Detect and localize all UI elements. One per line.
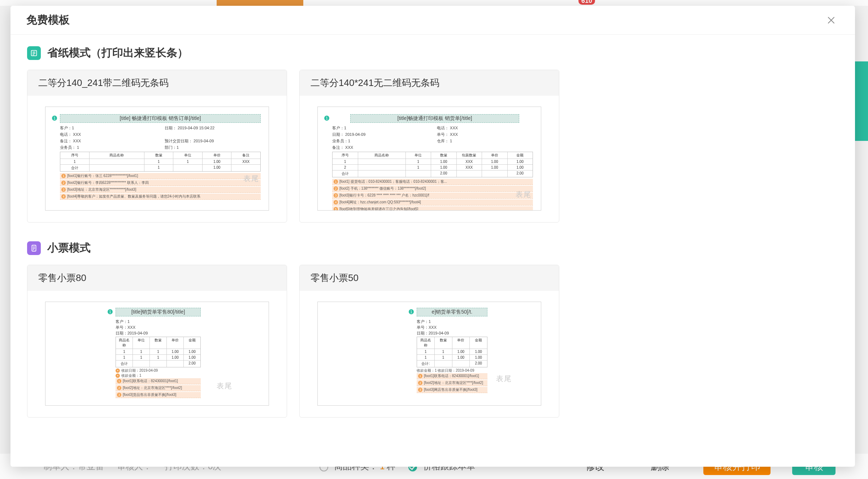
- card-title: 二等分140*241无二维码无条码: [300, 70, 559, 96]
- preview-table: 序号商品名称数量单位单价备注 1111.00XXX 合计11.00: [60, 152, 261, 172]
- section-title: 省纸模式（打印出来竖长条）: [47, 46, 188, 60]
- card-row: 二等分140_241带二维码无条码 1 [title] 畅捷通打印模板 销售订单…: [27, 70, 838, 223]
- preview-frame: 1 [title]畅捷通打印模板 销货单[/title] 客户：1电话： XXX…: [317, 107, 541, 211]
- card-row: 零售小票80 1 [title]销货单零售80[/title] 客户：1 单号：…: [27, 265, 838, 418]
- bullet-icon: 1: [324, 116, 329, 121]
- preview-watermark: 表尾: [496, 374, 512, 384]
- card-preview: 1 [title]销货单零售80[/title] 客户：1 单号：XXX 日期：…: [27, 291, 287, 417]
- close-icon: [827, 16, 836, 25]
- list-icon: [27, 46, 41, 60]
- template-card-140-241-noqr[interactable]: 二等分140*241无二维码无条码 1 [title]畅捷通打印模板 销货单[/…: [299, 70, 559, 223]
- preview-table: 商品名称单位数量单价金额 1111.001.00 1111.001.00 合计2…: [116, 337, 201, 367]
- preview-watermark: 表尾: [243, 174, 259, 184]
- card-title: 零售小票50: [300, 265, 559, 291]
- preview-table: 序号商品名称单位数量包装数量单价金额 111.00XXX1.001.00 211…: [332, 152, 533, 177]
- preview-info: 客户：1 单号：XXX 日期：2019-04-09: [417, 319, 487, 336]
- bullet-icon: 1: [108, 309, 113, 314]
- card-preview: 1 [title]畅捷通打印模板 销货单[/title] 客户：1电话： XXX…: [300, 96, 559, 222]
- preview-info: 客户：1 单号：XXX 日期：2019-04-09: [116, 319, 201, 336]
- preview-title: [title]销货单零售80[/title]: [116, 308, 201, 316]
- section-title: 小票模式: [47, 241, 91, 255]
- bullet-icon: 1: [52, 116, 57, 121]
- card-preview: 1 e]销货单零售50[/t. 客户：1 单号：XXX 日期：2019-04-0…: [300, 291, 559, 417]
- preview-frame: 1 e]销货单零售50[/t. 客户：1 单号：XXX 日期：2019-04-0…: [317, 302, 541, 406]
- preview-title: e]销货单零售50[/t.: [417, 308, 487, 316]
- template-modal: 免费模板 省纸模式（打印出来竖长条） 二等分140_241带二维码无条码 1: [10, 6, 855, 467]
- preview-info: 客户：1日期： 2019-04-09 15:04:22 电话： XXX 备注： …: [60, 125, 261, 150]
- preview-watermark: 表尾: [217, 381, 233, 391]
- close-button[interactable]: [825, 14, 838, 27]
- card-preview: 1 [title] 畅捷通打印模板 销售订单[/title] 客户：1日期： 2…: [27, 96, 287, 222]
- preview-watermark: 表尾: [516, 190, 531, 199]
- bullet-icon: 1: [409, 309, 414, 314]
- card-title: 零售小票80: [27, 265, 287, 291]
- template-card-retail-80[interactable]: 零售小票80 1 [title]销货单零售80[/title] 客户：1 单号：…: [27, 265, 287, 418]
- preview-foot: 1[foot1]银行账号：张三 6228***********[/foot1] …: [60, 173, 261, 200]
- section-receipt: 小票模式 零售小票80 1 [title]销货单零售80[/title] 客户：…: [27, 241, 838, 418]
- section-paper-saving: 省纸模式（打印出来竖长条） 二等分140_241带二维码无条码 1 [title…: [27, 46, 838, 223]
- section-header: 省纸模式（打印出来竖长条）: [27, 46, 838, 60]
- preview-info: 客户：1电话： XXX 日期： 2019-04-09单号： XXX 业务员：1仓…: [332, 125, 533, 150]
- preview-foot: 收款金额：1 收款日期：2019-04-09 1[foot1]联系电话：8243…: [417, 368, 487, 393]
- preview-foot: •收款日期：2019-04-09 •收款金额：1 1[foot1]联系电话：82…: [116, 368, 201, 398]
- preview-title: [title]畅捷通打印模板 销货单[/title]: [350, 114, 519, 123]
- preview-title: [title] 畅捷通打印模板 销售订单[/title]: [60, 114, 261, 123]
- receipt-icon: [27, 241, 41, 255]
- modal-title: 免费模板: [26, 13, 70, 27]
- section-header: 小票模式: [27, 241, 838, 255]
- template-card-retail-50[interactable]: 零售小票50 1 e]销货单零售50[/t. 客户：1 单号：XXX 日期：20…: [299, 265, 559, 418]
- modal-header: 免费模板: [10, 6, 855, 35]
- modal-body[interactable]: 省纸模式（打印出来竖长条） 二等分140_241带二维码无条码 1 [title…: [10, 35, 855, 467]
- card-title: 二等分140_241带二维码无条码: [27, 70, 287, 96]
- preview-frame: 1 [title]销货单零售80[/title] 客户：1 单号：XXX 日期：…: [45, 302, 269, 406]
- preview-table: 商品名称数量单价金额 111.001.00 111.001.00 合计:2.00: [417, 337, 487, 367]
- template-card-140-241-qr[interactable]: 二等分140_241带二维码无条码 1 [title] 畅捷通打印模板 销售订单…: [27, 70, 287, 223]
- preview-foot: 1[foot1] 提货电话：010-82430001；客服电话：010-8243…: [332, 179, 533, 211]
- preview-frame: 1 [title] 畅捷通打印模板 销售订单[/title] 客户：1日期： 2…: [45, 107, 269, 211]
